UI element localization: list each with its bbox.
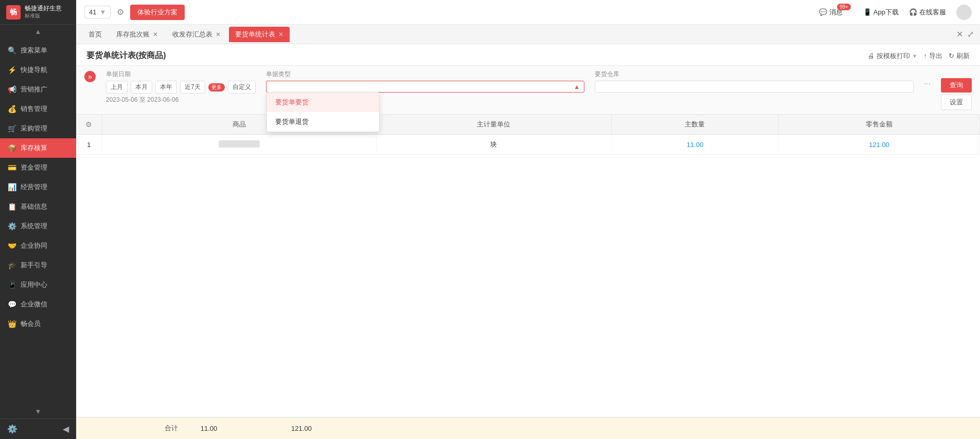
type-input-field[interactable] — [271, 83, 574, 90]
inventory-icon: 📦 — [7, 143, 16, 153]
dropdown-item-order-return[interactable]: 要货单退货 — [267, 112, 379, 132]
this-month-btn[interactable]: 本月 — [131, 81, 152, 94]
date-filter-group: 单据日期 上月 本月 本年 近7天 更多 自定义 2023-05-06 至 20… — [106, 70, 256, 104]
print-button[interactable]: 🖨 按模板打印 ▼ — [868, 51, 918, 61]
tabbar-actions: ✕ ⤢ — [956, 29, 974, 39]
warehouse-input-field[interactable] — [599, 83, 908, 90]
sidebar-item-collab[interactable]: 🤝 企业协同 — [0, 236, 76, 255]
sidebar-scroll-down[interactable]: ▼ — [0, 405, 76, 418]
app-download-button[interactable]: 📱 App下载 — [863, 8, 899, 17]
gear-icon[interactable]: ⚙ — [117, 7, 124, 17]
purchase-icon: 🛒 — [7, 124, 16, 133]
sidebar-header: 畅 畅捷通好生意 标准版 — [0, 0, 76, 25]
last7-btn[interactable]: 近7天 — [180, 81, 205, 94]
sidebar-item-purchase[interactable]: 🛒 采购管理 — [0, 119, 76, 138]
page-titlebar: 要货单统计表(按商品) 🖨 按模板打印 ▼ ↑ 导出 ↻ 刷新 — [76, 44, 980, 65]
more-filters-icon[interactable]: ··· — [924, 79, 931, 88]
th-unit: 主计量单位 — [376, 115, 611, 135]
cell-unit: 块 — [376, 135, 611, 155]
print-chevron-icon: ▼ — [912, 53, 918, 59]
topbar-right: 💬 消息 99+ 📱 App下载 🎧 在线客服 — [819, 5, 972, 20]
online-service-button[interactable]: 🎧 在线客服 — [909, 8, 946, 17]
warehouse-filter-label: 要货仓库 — [595, 70, 913, 79]
app-version: 标准版 — [25, 12, 62, 20]
app-center-icon: 📱 — [7, 280, 16, 289]
date-filter-controls: 上月 本月 本年 近7天 更多 自定义 — [106, 81, 256, 94]
column-settings-icon[interactable]: ⚙ — [85, 120, 92, 129]
table-area: ⚙ 商品 主计量单位 主数量 零售金额 1 块 11.00 121.00 — [76, 115, 980, 439]
table-scroll[interactable]: ⚙ 商品 主计量单位 主数量 零售金额 1 块 11.00 121.00 — [76, 115, 980, 417]
tab-label: 收发存汇总表 — [172, 30, 212, 39]
sidebar-item-system[interactable]: ⚙️ 系统管理 — [0, 216, 76, 236]
sidebar-item-finance[interactable]: 💳 资金管理 — [0, 158, 76, 177]
warehouse-filter-input[interactable] — [595, 81, 913, 93]
user-avatar[interactable] — [956, 5, 972, 20]
tab-home[interactable]: 首页 — [82, 27, 108, 42]
guide-icon: 🎓 — [7, 261, 16, 270]
export-button[interactable]: ↑ 导出 — [924, 51, 943, 61]
dropdown-item-order-goods[interactable]: 要货单要货 — [267, 93, 379, 112]
tab-collect[interactable]: 收发存汇总表✕ — [166, 27, 227, 42]
tab-close-icon[interactable]: ✕ — [153, 31, 158, 38]
tab-label: 库存批次账 — [116, 30, 150, 39]
sidebar-item-sales[interactable]: 💰 销售管理 — [0, 99, 76, 119]
sidebar-item-guide[interactable]: 🎓 新手引导 — [0, 255, 76, 275]
setting-button[interactable]: 设置 — [941, 95, 972, 110]
app-name: 畅捷通好生意 — [25, 5, 62, 13]
sidebar-footer: ⚙️ ◀ — [0, 418, 76, 439]
tab-order-stat[interactable]: 要货单统计表✕ — [229, 27, 290, 42]
tabs-count-selector[interactable]: 41 ▼ — [84, 6, 111, 19]
sidebar-item-app-center[interactable]: 📱 应用中心 — [0, 275, 76, 295]
type-filter-input[interactable]: ▲ 要货单要货 要货单退货 — [266, 81, 584, 93]
filter-action-buttons: 查询 设置 — [941, 78, 972, 110]
query-button[interactable]: 查询 — [941, 78, 972, 93]
service-icon: 🎧 — [909, 8, 917, 16]
sidebar-item-quick-nav[interactable]: ⚡ 快捷导航 — [0, 60, 76, 80]
titlebar-actions: 🖨 按模板打印 ▼ ↑ 导出 ↻ 刷新 — [868, 51, 970, 61]
base-info-icon: 📋 — [7, 202, 16, 211]
tabbar: 首页库存批次账✕收发存汇总表✕要货单统计表✕ ✕ ⤢ — [76, 25, 980, 44]
close-tab-icon[interactable]: ✕ — [956, 29, 963, 39]
type-dropdown-arrow[interactable]: ▲ — [574, 83, 580, 90]
type-dropdown: 要货单要货 要货单退货 — [266, 92, 380, 132]
sidebar-item-marketing[interactable]: 📢 营销推广 — [0, 80, 76, 99]
sidebar-item-inventory[interactable]: 📦 库存核算 — [0, 138, 76, 158]
app-download-label: App下载 — [874, 8, 899, 17]
sidebar-item-label: 基础信息 — [21, 202, 47, 211]
th-settings: ⚙ — [76, 115, 102, 135]
this-year-btn[interactable]: 本年 — [155, 81, 177, 94]
more-badge[interactable]: 更多 — [208, 83, 225, 92]
settings-icon[interactable]: ⚙️ — [7, 424, 17, 434]
refresh-label: 刷新 — [956, 51, 970, 61]
tab-close-icon[interactable]: ✕ — [278, 31, 283, 38]
last-month-btn[interactable]: 上月 — [106, 81, 128, 94]
expand-filter-button[interactable]: » — [84, 71, 96, 82]
th-quantity: 主数量 — [611, 115, 778, 135]
tab-batch[interactable]: 库存批次账✕ — [110, 27, 164, 42]
sidebar-item-label: 新手引导 — [21, 261, 47, 270]
print-icon: 🖨 — [868, 52, 875, 60]
maximize-icon[interactable]: ⤢ — [967, 29, 974, 39]
refresh-button[interactable]: ↻ 刷新 — [949, 51, 970, 61]
sidebar: 畅 畅捷通好生意 标准版 ▲ 🔍 搜索菜单 ⚡ 快捷导航 📢 营销推广 💰 销售… — [0, 0, 76, 439]
industry-button[interactable]: 体验行业方案 — [130, 5, 185, 20]
tab-close-icon[interactable]: ✕ — [216, 31, 221, 38]
collapse-icon[interactable]: ◀ — [63, 424, 69, 434]
sidebar-item-base-info[interactable]: 📋 基础信息 — [0, 197, 76, 216]
sidebar-item-operations[interactable]: 📊 经营管理 — [0, 177, 76, 197]
table-header-row: ⚙ 商品 主计量单位 主数量 零售金额 — [76, 115, 980, 135]
sidebar-scroll-up[interactable]: ▲ — [0, 25, 76, 39]
sidebar-item-search[interactable]: 🔍 搜索菜单 — [0, 41, 76, 60]
message-icon: 💬 — [819, 8, 827, 16]
sidebar-item-member[interactable]: 👑 畅会员 — [0, 314, 76, 334]
message-button[interactable]: 💬 消息 99+ — [819, 8, 843, 17]
cell-quantity: 11.00 — [611, 135, 778, 155]
refresh-icon: ↻ — [949, 52, 954, 60]
page-content: 要货单统计表(按商品) 🖨 按模板打印 ▼ ↑ 导出 ↻ 刷新 » — [76, 44, 980, 439]
cell-index: 1 — [76, 135, 102, 155]
system-icon: ⚙️ — [7, 222, 16, 231]
sidebar-item-wechat[interactable]: 💬 企业微信 — [0, 295, 76, 314]
custom-btn[interactable]: 自定义 — [228, 81, 256, 94]
footer-quantity: 11.00 — [178, 425, 240, 432]
table-footer: 合计 11.00 121.00 — [76, 417, 980, 439]
